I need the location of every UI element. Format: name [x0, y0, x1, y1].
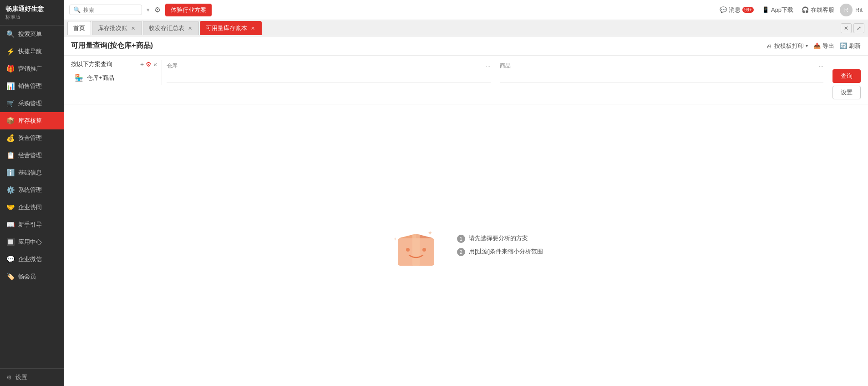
sidebar-item-search[interactable]: 🔍 搜索菜单 — [0, 26, 64, 43]
product-filter: 商品 ··· — [500, 62, 824, 82]
finance-icon: 💰 — [6, 134, 15, 142]
query-btn[interactable]: 查询 — [832, 69, 861, 83]
message-icon: 💬 — [720, 6, 727, 13]
dropdown-icon[interactable]: ▾ — [147, 6, 150, 13]
sidebar-item-system[interactable]: ⚙️ 系统管理 — [0, 181, 64, 199]
empty-state: ✦ ✦ 1 请先选择要分析的方案 2 用[过滤]条件来缩小分析范围 — [64, 104, 868, 386]
newbie-icon: 📖 — [6, 221, 15, 229]
tip-number: 1 — [457, 235, 465, 243]
print-btn[interactable]: 🖨 按模板打印 ▾ — [766, 42, 808, 50]
search-input[interactable] — [83, 7, 138, 13]
sidebar-label-system: 系统管理 — [18, 186, 42, 194]
appcenter-icon: 🔲 — [6, 238, 15, 246]
tab-label-available: 可用量库存账本 — [206, 24, 247, 32]
app-download-btn[interactable]: 📱 App下载 — [759, 4, 796, 16]
refresh-icon: 🔄 — [840, 42, 847, 49]
user-avatar: R — [840, 4, 853, 16]
tab-available[interactable]: 可用量库存账本✕ — [200, 21, 262, 35]
sidebar-label-basic: 基础信息 — [18, 169, 42, 177]
empty-state-inner: ✦ ✦ 1 请先选择要分析的方案 2 用[过滤]条件来缩小分析范围 — [389, 218, 543, 273]
scheme-header: 按以下方案查询 + ⚙ « — [71, 60, 157, 68]
page-header: 可用量查询(按仓库+商品) 🖨 按模板打印 ▾ 📤 导出 🔄 刷新 — [64, 36, 868, 56]
close-tab-btn[interactable]: ✕ — [841, 23, 852, 33]
export-btn[interactable]: 📤 导出 — [813, 42, 834, 50]
sidebar-item-sales[interactable]: 📊 销售管理 — [0, 77, 64, 95]
purchase-icon: 🛒 — [6, 99, 15, 108]
sidebar-item-purchase[interactable]: 🛒 采购管理 — [0, 95, 64, 112]
sidebar-label-finance: 资金管理 — [18, 134, 42, 142]
refresh-btn[interactable]: 🔄 刷新 — [840, 42, 861, 50]
tab-close-summary[interactable]: ✕ — [187, 26, 193, 31]
marketing-icon: 🎁 — [6, 65, 15, 73]
wechat-icon: 💬 — [6, 255, 15, 263]
page-content: 可用量查询(按仓库+商品) 🖨 按模板打印 ▾ 📤 导出 🔄 刷新 — [64, 36, 868, 386]
scheme-header-title: 按以下方案查询 — [71, 60, 112, 68]
tab-label-batch: 库存批次账 — [98, 24, 127, 32]
app-download-label: App下载 — [771, 6, 793, 14]
tab-home[interactable]: 首页 — [67, 21, 91, 35]
app-title: 畅康通好生意 — [5, 5, 58, 14]
sidebar-item-appcenter[interactable]: 🔲 应用中心 — [0, 233, 64, 251]
product-input[interactable] — [500, 72, 824, 82]
add-scheme-btn[interactable]: + — [140, 61, 144, 68]
page-title: 可用量查询(按仓库+商品) — [71, 41, 153, 51]
refresh-label: 刷新 — [849, 42, 861, 50]
main-area: 🔍 ▾ ⚙ 体验行业方案 💬 消息 99+ 📱 App下载 🎧 在线客服 R R… — [64, 0, 868, 386]
sidebar-item-marketing[interactable]: 🎁 营销推广 — [0, 60, 64, 77]
message-label: 消息 — [729, 6, 741, 14]
sidebar-item-operations[interactable]: 📋 经营管理 — [0, 147, 64, 164]
sidebar-item-quicknav[interactable]: ⚡ 快捷导航 — [0, 43, 64, 60]
scheme-settings-btn[interactable]: ⚙ — [146, 61, 152, 68]
tabs-container: 首页库存批次账✕收发存汇总表✕可用量库存账本✕ — [67, 21, 262, 35]
warehouse-filter: 仓库 ··· — [167, 62, 491, 82]
industry-btn[interactable]: 体验行业方案 — [165, 4, 212, 16]
sidebar-bottom-settings[interactable]: ⚙ 设置 — [0, 368, 64, 386]
topbar-right-actions: 💬 消息 99+ 📱 App下载 🎧 在线客服 R Rit — [717, 4, 863, 16]
query-area: 按以下方案查询 + ⚙ « 🏪 仓库+商品 仓库 ··· — [64, 56, 868, 104]
sidebar-item-finance[interactable]: 💰 资金管理 — [0, 129, 64, 147]
tabs-controls: ✕ ⤢ — [841, 23, 864, 33]
sidebar-item-inventory[interactable]: 📦 库存核算 — [0, 112, 64, 129]
svg-rect-3 — [412, 234, 420, 266]
tab-close-available[interactable]: ✕ — [250, 26, 256, 31]
search-icon: 🔍 — [73, 6, 81, 13]
warehouse-more-btn[interactable]: ··· — [486, 63, 490, 69]
collapse-btn[interactable]: « — [153, 61, 157, 68]
tab-label-home: 首页 — [73, 24, 85, 32]
sidebar: 畅康通好生意 标准版 🔍 搜索菜单 ⚡ 快捷导航 🎁 营销推广 📊 销售管理 🛒… — [0, 0, 64, 386]
scheme-panel: 按以下方案查询 + ⚙ « 🏪 仓库+商品 — [71, 60, 162, 85]
sidebar-label-appcenter: 应用中心 — [18, 238, 42, 246]
search-box[interactable]: 🔍 — [69, 5, 142, 15]
sidebar-item-wechat[interactable]: 💬 企业微信 — [0, 251, 64, 268]
settings-btn[interactable]: 设置 — [832, 86, 861, 99]
scheme-item-label: 仓库+商品 — [87, 74, 114, 82]
user-profile[interactable]: R Rit — [840, 4, 863, 16]
tab-summary[interactable]: 收发存汇总表✕ — [143, 21, 199, 35]
export-label: 导出 — [822, 42, 834, 50]
tab-batch[interactable]: 库存批次账✕ — [92, 21, 142, 35]
app-download-icon: 📱 — [762, 6, 769, 13]
sidebar-item-member[interactable]: 🏷️ 畅会员 — [0, 268, 64, 285]
online-service-label: 在线客服 — [811, 6, 834, 14]
topbar: 🔍 ▾ ⚙ 体验行业方案 💬 消息 99+ 📱 App下载 🎧 在线客服 R R… — [64, 0, 868, 20]
warehouse-input[interactable] — [167, 72, 491, 82]
expand-btn[interactable]: ⤢ — [853, 23, 864, 33]
product-label: 商品 ··· — [500, 62, 824, 70]
online-service-btn[interactable]: 🎧 在线客服 — [799, 4, 837, 16]
message-btn[interactable]: 💬 消息 99+ — [717, 4, 756, 16]
tab-close-batch[interactable]: ✕ — [130, 26, 136, 31]
product-more-btn[interactable]: ··· — [819, 63, 823, 69]
settings-bottom-label: 设置 — [15, 373, 27, 381]
scheme-item-warehouse-product[interactable]: 🏪 仓库+商品 — [71, 71, 157, 85]
scheme-header-icons: + ⚙ « — [140, 61, 157, 68]
sidebar-label-operations: 经营管理 — [18, 151, 42, 160]
sidebar-item-basic[interactable]: ℹ️ 基础信息 — [0, 164, 64, 181]
gear-icon[interactable]: ⚙ — [154, 5, 161, 14]
sidebar-item-newbie[interactable]: 📖 新手引导 — [0, 216, 64, 233]
sidebar-label-inventory: 库存核算 — [18, 117, 42, 125]
sidebar-label-marketing: 营销推广 — [18, 65, 42, 73]
sidebar-label-search: 搜索菜单 — [18, 30, 42, 38]
svg-text:✦: ✦ — [393, 237, 397, 242]
sidebar-item-enterprise[interactable]: 🤝 企业协同 — [0, 199, 64, 216]
sidebar-label-wechat: 企业微信 — [18, 255, 42, 263]
